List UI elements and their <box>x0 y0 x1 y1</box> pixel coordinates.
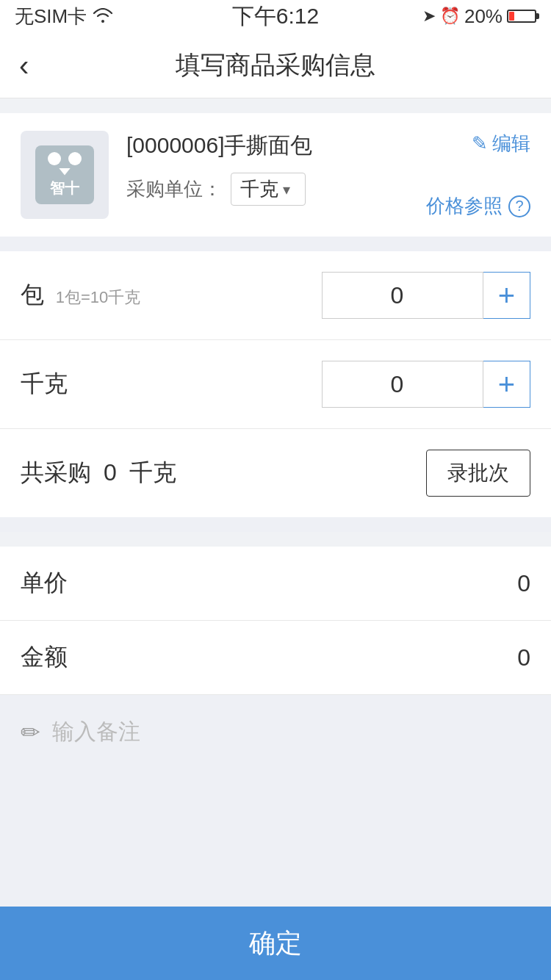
location-icon: ➤ <box>422 7 436 26</box>
summary-row: 共采购 0 千克 录批次 <box>0 429 551 517</box>
kg-label: 千克 <box>21 368 68 400</box>
owl-eyes <box>48 152 82 165</box>
summary-unit: 千克 <box>129 459 176 486</box>
owl-eye-right <box>68 152 82 165</box>
record-batch-button[interactable]: 录批次 <box>426 450 530 497</box>
kg-plus-button[interactable]: + <box>483 361 530 408</box>
section-divider-2 <box>0 517 551 532</box>
nav-bar: ‹ 填写商品采购信息 <box>0 32 551 98</box>
back-button[interactable]: ‹ <box>19 51 29 80</box>
edit-button[interactable]: ✎ 编辑 <box>472 131 530 156</box>
bag-label: 包 <box>21 281 44 308</box>
kg-input[interactable] <box>322 361 483 408</box>
kg-row: 千克 + <box>0 340 551 429</box>
status-time: 下午6:12 <box>232 1 319 32</box>
summary-text: 共采购 0 千克 <box>21 457 176 489</box>
bag-input[interactable] <box>322 272 483 319</box>
network-indicator: 无SIM卡 <box>15 4 87 29</box>
notes-placeholder: 输入备注 <box>52 717 140 747</box>
owl-beak <box>59 168 71 176</box>
wifi-icon <box>93 5 113 28</box>
edit-label: 编辑 <box>492 131 530 156</box>
price-ref-label: 价格参照 <box>426 193 503 219</box>
bag-label-group: 包 1包=10千克 <box>21 279 140 311</box>
product-logo: 智十 <box>35 145 94 204</box>
status-left: 无SIM卡 <box>15 4 113 29</box>
unit-price-value: 0 <box>517 570 530 597</box>
unit-dropdown[interactable]: 千克 ▾ <box>231 173 306 206</box>
product-name: [0000006]手撕面包 <box>126 131 530 161</box>
bag-input-group: + <box>322 272 530 319</box>
chevron-down-icon: ▾ <box>283 181 290 198</box>
owl-text: 智十 <box>50 179 79 198</box>
alarm-icon: ⏰ <box>440 7 460 26</box>
unit-value: 千克 <box>240 176 278 202</box>
amount-label: 金额 <box>21 641 68 674</box>
edit-icon: ✎ <box>472 132 488 155</box>
help-icon: ? <box>508 195 530 217</box>
pencil-icon: ✏ <box>21 718 40 746</box>
product-card: 智十 [0000006]手撕面包 采购单位： 千克 ▾ ✎ 编辑 价格参照 ? <box>0 113 551 237</box>
amount-row: 金额 0 <box>0 621 551 695</box>
bag-sublabel: 1包=10千克 <box>56 288 141 306</box>
kg-input-group: + <box>322 361 530 408</box>
bag-plus-button[interactable]: + <box>483 272 530 319</box>
status-right: ➤ ⏰ 20% <box>422 5 536 28</box>
confirm-button[interactable]: 确定 <box>0 907 551 980</box>
notes-section[interactable]: ✏ 输入备注 <box>0 695 551 769</box>
battery-icon <box>507 10 536 23</box>
section-divider-1 <box>0 237 551 251</box>
page-title: 填写商品采购信息 <box>176 48 375 82</box>
summary-amount: 0 <box>104 459 117 486</box>
owl-eye-left <box>48 152 61 165</box>
status-bar: 无SIM卡 下午6:12 ➤ ⏰ 20% <box>0 0 551 32</box>
summary-prefix: 共采购 <box>21 459 91 486</box>
bag-row: 包 1包=10千克 + <box>0 251 551 340</box>
product-image: 智十 <box>21 131 109 219</box>
form-section: 包 1包=10千克 + 千克 + 共采购 0 千克 录批次 <box>0 251 551 517</box>
unit-price-label: 单价 <box>21 567 68 599</box>
battery-percent: 20% <box>464 5 503 28</box>
price-reference-button[interactable]: 价格参照 ? <box>426 193 530 219</box>
unit-price-row: 单价 0 <box>0 547 551 621</box>
price-section: 单价 0 金额 0 <box>0 547 551 695</box>
unit-label: 采购单位： <box>126 176 222 202</box>
amount-value: 0 <box>517 644 530 671</box>
